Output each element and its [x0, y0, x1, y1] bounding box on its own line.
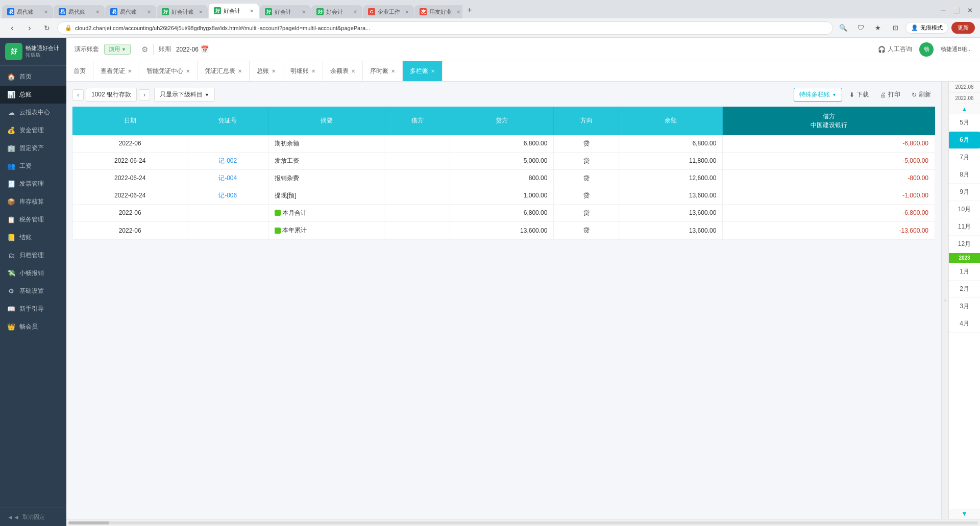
- page-tab-多栏账[interactable]: 多栏账✕: [403, 61, 443, 82]
- wuhen-mode-btn[interactable]: 👤无痕模式: [905, 22, 948, 34]
- side-collapse-btn[interactable]: ›: [941, 82, 948, 519]
- extend-btn[interactable]: ⊡: [888, 21, 902, 35]
- sidebar-item-总账[interactable]: 📊 总账: [0, 86, 66, 104]
- tab-close-icon[interactable]: ✕: [199, 9, 203, 15]
- minimize-btn[interactable]: ─: [937, 4, 949, 16]
- refresh-btn[interactable]: ↻ 刷新: [908, 88, 935, 101]
- cell-voucher[interactable]: 记-002: [187, 152, 268, 169]
- browser-tab-t3[interactable]: 易 易代账 ✕: [105, 5, 156, 18]
- tab-close-icon[interactable]: ✕: [302, 9, 306, 15]
- special-multi-btn[interactable]: 特殊多栏账 ▼: [794, 88, 842, 102]
- tab-close-icon[interactable]: ✕: [95, 9, 100, 15]
- print-btn[interactable]: 🖨 打印: [876, 88, 904, 101]
- demo-badge[interactable]: 演用 ▼: [104, 44, 131, 55]
- browser-tab-t9[interactable]: 友 用友好业 ✕: [414, 5, 462, 18]
- h-scrollbar[interactable]: [66, 519, 980, 526]
- month-item-9月[interactable]: 9月: [949, 184, 980, 201]
- sidebar-item-首页[interactable]: 🏠 首页: [0, 68, 66, 86]
- account-code-btn[interactable]: 1002 银行存款: [86, 88, 137, 102]
- reload-btn[interactable]: ↻: [40, 21, 54, 35]
- month-item-11月[interactable]: 11月: [949, 218, 980, 236]
- sidebar-item-小畅报销[interactable]: 💸 小畅报销: [0, 264, 66, 282]
- month-item-1月[interactable]: 1月: [949, 263, 980, 281]
- month-item-10月[interactable]: 10月: [949, 201, 980, 218]
- filter-btn[interactable]: 只显示下级科目 ▼: [154, 88, 215, 102]
- cell-voucher[interactable]: 记-006: [187, 187, 268, 204]
- browser-tab-t8[interactable]: C 企业工作 ✕: [363, 5, 414, 18]
- page-tab-智能凭证中心[interactable]: 智能凭证中心✕: [139, 61, 198, 82]
- month-item-12月[interactable]: 12月: [949, 236, 980, 253]
- page-tab-close-icon[interactable]: ✕: [272, 68, 276, 74]
- new-tab-button[interactable]: +: [462, 3, 477, 17]
- sidebar-item-结账[interactable]: 📒 结账: [0, 229, 66, 246]
- page-tab-close-icon[interactable]: ✕: [128, 68, 132, 74]
- page-tab-凭证汇总表[interactable]: 凭证汇总表✕: [198, 61, 250, 82]
- back-btn[interactable]: ‹: [5, 21, 19, 35]
- month-item-6月[interactable]: 6月: [949, 132, 980, 149]
- page-tab-明细账[interactable]: 明细账✕: [283, 61, 323, 82]
- consult-btn[interactable]: 🎧 人工咨询: [878, 45, 912, 54]
- scroll-up-btn[interactable]: ▲: [949, 104, 980, 114]
- sidebar-item-税务管理[interactable]: 📋 税务管理: [0, 211, 66, 229]
- sidebar-footer[interactable]: ◄◄ 取消固定: [0, 508, 66, 526]
- close-btn[interactable]: ✕: [964, 4, 976, 16]
- month-item-5月[interactable]: 5月: [949, 114, 980, 132]
- browser-tab-t7[interactable]: 好 好会计 ✕: [311, 5, 362, 18]
- restore-btn[interactable]: ⬜: [950, 4, 963, 16]
- shield-icon[interactable]: 🛡: [853, 21, 868, 35]
- h-scroll-track[interactable]: [68, 521, 978, 524]
- page-tab-close-icon[interactable]: ✕: [391, 68, 395, 74]
- month-item-8月[interactable]: 8月: [949, 166, 980, 184]
- sidebar-item-固定资产[interactable]: 🏢 固定资产: [0, 139, 66, 157]
- user-info[interactable]: 畅捷通B组...: [941, 45, 972, 53]
- sidebar-item-畅会员[interactable]: 👑 畅会员: [0, 318, 66, 336]
- month-item-2月[interactable]: 2月: [949, 281, 980, 298]
- tab-close-icon[interactable]: ✕: [44, 9, 48, 15]
- sidebar-item-基础设置[interactable]: ⚙ 基础设置: [0, 282, 66, 300]
- browser-tab-t4[interactable]: 好 好会计账 ✕: [157, 5, 208, 18]
- star-icon[interactable]: ★: [871, 21, 885, 35]
- tab-close-icon[interactable]: ✕: [353, 9, 357, 15]
- download-btn[interactable]: ⬇ 下载: [845, 88, 873, 101]
- tab-close-icon[interactable]: ✕: [405, 9, 409, 15]
- sidebar-item-资金管理[interactable]: 💰 资金管理: [0, 121, 66, 139]
- settings-btn[interactable]: ⚙: [141, 45, 148, 54]
- page-tab-close-icon[interactable]: ✕: [351, 68, 355, 74]
- period-value[interactable]: 2022-06 📅: [176, 45, 209, 53]
- month-item-3月[interactable]: 3月: [949, 298, 980, 315]
- tab-close-icon[interactable]: ✕: [250, 8, 254, 14]
- page-tab-余额表[interactable]: 余额表✕: [323, 61, 363, 82]
- tab-close-icon[interactable]: ✕: [456, 9, 460, 15]
- browser-tab-t1[interactable]: 易 易代账 ✕: [2, 5, 53, 18]
- month-item-4月[interactable]: 4月: [949, 315, 980, 333]
- sidebar-item-库存核算[interactable]: 📦 库存核算: [0, 193, 66, 211]
- sidebar-item-发票管理[interactable]: 🧾 发票管理: [0, 175, 66, 193]
- page-tab-close-icon[interactable]: ✕: [238, 68, 242, 74]
- voucher-link[interactable]: 记-006: [218, 192, 237, 199]
- voucher-link[interactable]: 记-004: [218, 174, 237, 182]
- cell-voucher[interactable]: 记-004: [187, 169, 268, 187]
- forward-btn[interactable]: ›: [22, 21, 37, 35]
- page-tab-总账[interactable]: 总账✕: [250, 61, 283, 82]
- sidebar-item-云报表中心[interactable]: ☁ 云报表中心: [0, 104, 66, 121]
- url-bar[interactable]: 🔒 cloud2.chanjet.com/accounting/uh26t264…: [57, 21, 833, 35]
- user-avatar[interactable]: 畅: [919, 42, 934, 57]
- voucher-link[interactable]: 记-002: [218, 157, 237, 164]
- update-btn[interactable]: 更新: [951, 22, 975, 34]
- page-tab-close-icon[interactable]: ✕: [186, 68, 190, 74]
- browser-tab-t2[interactable]: 易 易代账 ✕: [54, 5, 105, 18]
- sidebar-item-归档管理[interactable]: 🗂 归档管理: [0, 246, 66, 264]
- page-tab-查看凭证[interactable]: 查看凭证✕: [93, 61, 139, 82]
- prev-account-btn[interactable]: ‹: [72, 89, 84, 101]
- h-scroll-thumb[interactable]: [68, 521, 109, 524]
- browser-tab-t5[interactable]: 好 好会计 ✕: [208, 3, 259, 18]
- page-tab-首页[interactable]: 首页: [66, 61, 93, 82]
- month-item-2023[interactable]: 2023: [949, 253, 980, 263]
- page-tab-close-icon[interactable]: ✕: [431, 68, 435, 74]
- browser-tab-t6[interactable]: 好 好会计 ✕: [260, 5, 311, 18]
- tab-close-icon[interactable]: ✕: [147, 9, 151, 15]
- page-tab-close-icon[interactable]: ✕: [311, 68, 315, 74]
- sidebar-item-新手引导[interactable]: 📖 新手引导: [0, 300, 66, 318]
- search-icon[interactable]: 🔍: [836, 21, 850, 35]
- month-item-7月[interactable]: 7月: [949, 149, 980, 166]
